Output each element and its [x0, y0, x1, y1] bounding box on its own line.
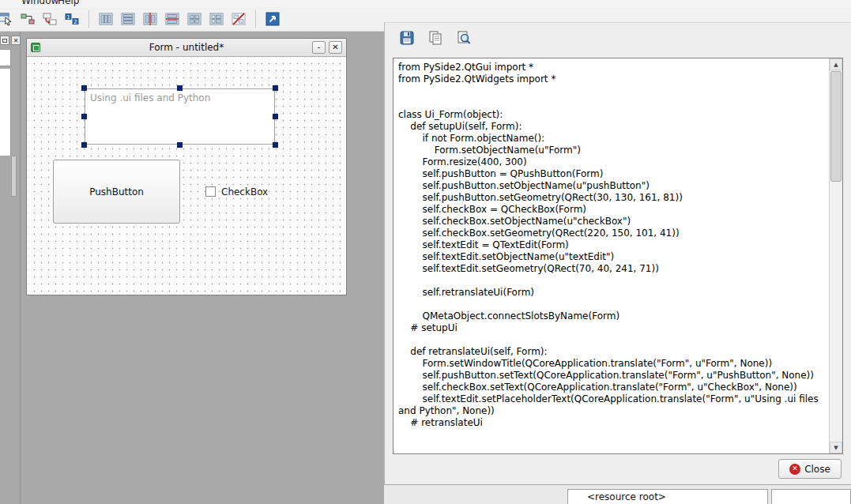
- layout-horizontal-icon: [98, 11, 114, 27]
- save-button[interactable]: [396, 27, 418, 49]
- resource-root-item[interactable]: <resource root>: [587, 491, 666, 502]
- left-dock-titlebar: ✕: [0, 36, 21, 47]
- break-layout-button[interactable]: [228, 9, 250, 29]
- edit-widgets-button[interactable]: [0, 9, 17, 29]
- selection-handle[interactable]: [273, 114, 278, 119]
- generated-code-text[interactable]: from PySide2.QtGui import * from PySide2…: [393, 58, 829, 453]
- selection-handle[interactable]: [81, 114, 87, 119]
- menu-window[interactable]: Window: [21, 0, 58, 6]
- selection-handle[interactable]: [177, 142, 183, 148]
- textedit-placeholder: Using .ui files and Python: [90, 92, 210, 103]
- dock-float-button[interactable]: [0, 36, 9, 45]
- resource-preview[interactable]: [771, 489, 851, 504]
- selection-handle[interactable]: [81, 142, 87, 148]
- code-view[interactable]: from PySide2.QtGui import * from PySide2…: [393, 58, 843, 454]
- selection-handle[interactable]: [273, 142, 278, 148]
- adjust-size-button[interactable]: [262, 9, 284, 29]
- form-window: Form - untitled* - ✕ Using .ui files and…: [26, 38, 347, 295]
- dock-divider[interactable]: [20, 32, 21, 504]
- close-button-label: Close: [804, 464, 830, 475]
- close-x-icon: ✕: [789, 464, 800, 475]
- resource-dock: <resource root>: [384, 485, 851, 504]
- layout-vertical-icon: [120, 11, 136, 27]
- toolbar-separator: [255, 10, 256, 28]
- widgetbox-list[interactable]: [0, 69, 11, 156]
- copy-button[interactable]: [424, 27, 446, 49]
- dock-close-button[interactable]: ✕: [11, 36, 21, 45]
- svg-text:2: 2: [73, 19, 77, 25]
- menubar: Window Help: [0, 0, 851, 7]
- code-preview-dialog: from PySide2.QtGui import * from PySide2…: [384, 22, 851, 485]
- find-icon: [455, 29, 473, 47]
- save-icon: [398, 29, 416, 47]
- form-close-button[interactable]: ✕: [329, 41, 342, 54]
- toolbar-separator: [88, 10, 89, 28]
- edit-buddies-button[interactable]: [39, 9, 61, 29]
- svg-text:1: 1: [66, 14, 70, 21]
- layout-form-button[interactable]: [205, 9, 228, 29]
- textedit-widget[interactable]: Using .ui files and Python: [85, 88, 275, 145]
- code-scrollbar[interactable]: ▲ ▼: [829, 58, 842, 453]
- layout-vertical-splitter-button[interactable]: [161, 9, 183, 29]
- scrollbar-thumb[interactable]: [830, 71, 842, 182]
- float-icon: [2, 39, 7, 43]
- edit-signals-slots-button[interactable]: [17, 9, 39, 29]
- menu-help[interactable]: Help: [58, 0, 79, 6]
- widgetbox-filter-input[interactable]: [0, 49, 11, 66]
- form-window-titlebar[interactable]: Form - untitled* - ✕: [27, 39, 346, 57]
- find-button[interactable]: [453, 27, 475, 49]
- layout-grid-button[interactable]: [183, 9, 205, 29]
- scroll-up-button[interactable]: ▲: [830, 58, 842, 70]
- edit-signals-slots-icon: [20, 11, 36, 27]
- layout-horizontal-button[interactable]: [95, 9, 117, 29]
- layout-vertical-button[interactable]: [117, 9, 139, 29]
- layout-horizontal-splitter-button[interactable]: [139, 9, 161, 29]
- adjust-size-icon: [265, 11, 281, 27]
- checkbox-label: CheckBox: [221, 186, 268, 197]
- resource-tree[interactable]: <resource root>: [567, 489, 768, 504]
- selection-handle[interactable]: [81, 85, 87, 91]
- layout-form-icon: [209, 11, 224, 27]
- close-button[interactable]: ✕ Close: [778, 459, 842, 479]
- form-minimize-button[interactable]: -: [312, 41, 326, 54]
- layout-grid-icon: [186, 11, 202, 27]
- form-canvas[interactable]: Using .ui files and Python PushButton Ch…: [28, 57, 345, 294]
- edit-widgets-icon: [0, 11, 13, 27]
- dialog-toolbar: [396, 27, 475, 49]
- scroll-down-button[interactable]: ▼: [830, 442, 842, 453]
- pushbutton-widget[interactable]: PushButton: [53, 160, 180, 224]
- layout-vertical-splitter-icon: [164, 11, 180, 27]
- selection-handle[interactable]: [177, 85, 183, 91]
- edit-tab-order-icon: 1 2: [64, 11, 80, 27]
- checkbox-indicator[interactable]: [205, 186, 216, 197]
- dock-scrollbar-thumb[interactable]: [11, 156, 17, 197]
- layout-horizontal-splitter-icon: [142, 11, 158, 27]
- edit-tab-order-button[interactable]: 1 2: [61, 9, 83, 29]
- form-window-title: Form - untitled*: [27, 42, 346, 53]
- checkbox-widget[interactable]: CheckBox: [203, 175, 283, 208]
- edit-buddies-icon: [42, 11, 58, 27]
- copy-icon: [427, 29, 444, 47]
- break-layout-icon: [231, 11, 247, 27]
- selection-handle[interactable]: [273, 85, 278, 91]
